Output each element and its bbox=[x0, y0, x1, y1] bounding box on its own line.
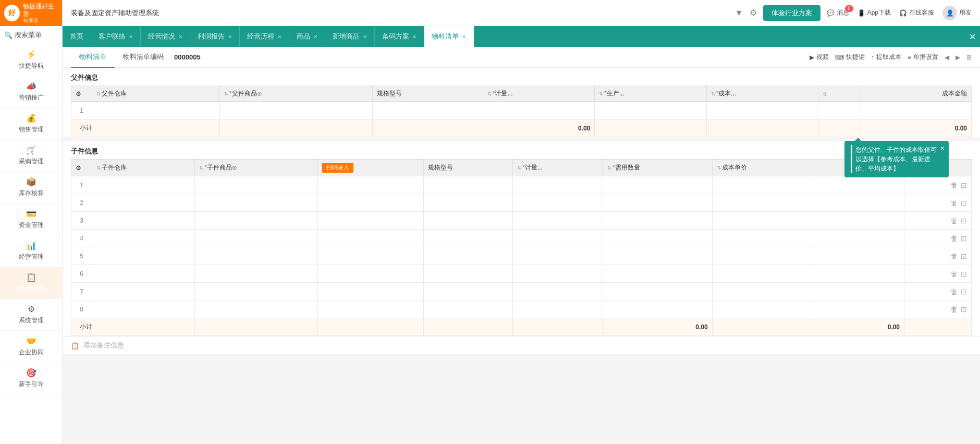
child-spec-5[interactable] bbox=[424, 247, 513, 265]
child-product-7[interactable] bbox=[195, 283, 318, 301]
tab-close-new-product[interactable]: ✕ bbox=[363, 34, 367, 40]
sub-tab-bom-list[interactable]: 物料清单 bbox=[71, 47, 115, 68]
message-item[interactable]: 💬 消息 6 bbox=[827, 8, 849, 17]
child-unit-cost-1[interactable] bbox=[712, 176, 815, 194]
child-spec-6[interactable] bbox=[424, 265, 513, 283]
child-warehouse-3[interactable] bbox=[92, 212, 195, 230]
parent-warehouse-1[interactable] bbox=[92, 102, 220, 119]
child-unit-6[interactable] bbox=[513, 265, 603, 283]
child-copy-icon-8[interactable]: ⊡ bbox=[961, 305, 967, 314]
tab-bom[interactable]: 物料清单 ✕ bbox=[424, 26, 474, 47]
child-copy-icon-6[interactable]: ⊡ bbox=[961, 270, 967, 278]
child-quantity-8[interactable] bbox=[603, 301, 712, 318]
sidebar-search[interactable]: 🔍 搜索菜单 bbox=[0, 26, 62, 44]
child-spec-1[interactable] bbox=[424, 176, 513, 194]
child-product-5[interactable] bbox=[195, 247, 318, 265]
user-item[interactable]: 👤 用友 bbox=[942, 6, 972, 20]
child-warehouse-8[interactable] bbox=[92, 301, 195, 318]
tab-close-customer[interactable]: ✕ bbox=[129, 34, 133, 40]
child-product-3[interactable] bbox=[195, 212, 318, 230]
sidebar-item-guide[interactable]: 🎯 新手引导 bbox=[0, 363, 62, 394]
sidebar-item-purchase[interactable]: 🛒 采购管理 bbox=[0, 140, 62, 172]
grid-view-icon[interactable]: ⊞ bbox=[966, 54, 972, 61]
tab-close-profit[interactable]: ✕ bbox=[228, 34, 232, 40]
sidebar-item-sales[interactable]: 💰 销售管理 bbox=[0, 108, 62, 140]
child-quantity-6[interactable] bbox=[603, 265, 712, 283]
child-copy-icon-4[interactable]: ⊡ bbox=[961, 234, 967, 243]
trial-button[interactable]: 体验行业方案 bbox=[763, 5, 820, 21]
parent-production-1[interactable] bbox=[595, 102, 706, 119]
parent-product-1[interactable] bbox=[219, 102, 372, 119]
online-service-item[interactable]: 🎧 在线客服 bbox=[899, 8, 934, 17]
child-copy-icon-3[interactable]: ⊡ bbox=[961, 217, 967, 225]
sidebar-item-marketing[interactable]: 📣 营销推广 bbox=[0, 76, 62, 108]
child-spec-3[interactable] bbox=[424, 212, 513, 230]
tool-doc-settings[interactable]: ≡ 单据设置 bbox=[908, 53, 938, 62]
child-copy-icon-5[interactable]: ⊡ bbox=[961, 252, 967, 260]
child-unit-4[interactable] bbox=[513, 230, 603, 247]
parent-col-settings[interactable]: ⚙ bbox=[71, 86, 92, 102]
child-unit-cost-8[interactable] bbox=[712, 301, 815, 318]
tab-close-history[interactable]: ✕ bbox=[277, 34, 281, 40]
child-warehouse-5[interactable] bbox=[92, 247, 195, 265]
child-product-1[interactable] bbox=[195, 176, 318, 194]
tab-bar-close-icon[interactable]: ✕ bbox=[969, 32, 976, 42]
child-unit-5[interactable] bbox=[513, 247, 603, 265]
child-unit-1[interactable] bbox=[513, 176, 603, 194]
child-quantity-2[interactable] bbox=[603, 194, 712, 212]
child-delete-icon-1[interactable]: 🗑 bbox=[950, 181, 958, 189]
child-spec-2[interactable] bbox=[424, 194, 513, 212]
child-delete-icon-2[interactable]: 🗑 bbox=[950, 199, 958, 207]
child-col-settings[interactable]: ⚙ bbox=[71, 160, 92, 176]
child-delete-icon-8[interactable]: 🗑 bbox=[950, 305, 958, 314]
tool-video[interactable]: ▶ 视频 bbox=[810, 53, 829, 62]
child-unit-7[interactable] bbox=[513, 283, 603, 301]
child-warehouse-7[interactable] bbox=[92, 283, 195, 301]
tab-customer[interactable]: 客户联络 ✕ bbox=[91, 26, 141, 47]
child-delete-icon-6[interactable]: 🗑 bbox=[950, 270, 958, 278]
tool-extract-cost[interactable]: ↑ 提取成本 bbox=[871, 53, 901, 62]
child-product-6[interactable] bbox=[195, 265, 318, 283]
sidebar-item-system[interactable]: ⚙ 系统管理 bbox=[0, 299, 62, 331]
child-product-4[interactable] bbox=[195, 230, 318, 247]
child-copy-icon-7[interactable]: ⊡ bbox=[961, 287, 967, 296]
nav-arrow-left[interactable]: ◀ bbox=[945, 54, 949, 61]
sidebar-item-basic-info[interactable]: 📋 基础信息 bbox=[0, 267, 62, 299]
tab-operations-status[interactable]: 经营情况 ✕ bbox=[141, 26, 190, 47]
tab-close-ops[interactable]: ✕ bbox=[178, 34, 182, 40]
child-product-2[interactable] bbox=[195, 194, 318, 212]
child-spec-7[interactable] bbox=[424, 283, 513, 301]
child-unit-cost-4[interactable] bbox=[712, 230, 815, 247]
child-quantity-5[interactable] bbox=[603, 247, 712, 265]
child-warehouse-4[interactable] bbox=[92, 230, 195, 247]
tooltip-close-icon[interactable]: × bbox=[940, 143, 945, 154]
tool-shortcut[interactable]: ⌨ 快捷键 bbox=[835, 53, 865, 62]
child-delete-icon-7[interactable]: 🗑 bbox=[950, 287, 958, 296]
scan-input-button[interactable]: 扫码录入 bbox=[322, 163, 353, 173]
sidebar-item-enterprise[interactable]: 🤝 企业协同 bbox=[0, 331, 62, 363]
settings-dropdown-icon[interactable]: ▼ bbox=[735, 8, 743, 18]
tab-close-product[interactable]: ✕ bbox=[313, 34, 317, 40]
child-spec-8[interactable] bbox=[424, 301, 513, 318]
sidebar-item-quick-nav[interactable]: ⚡ 快捷导航 bbox=[0, 44, 62, 76]
child-quantity-3[interactable] bbox=[603, 212, 712, 230]
child-unit-2[interactable] bbox=[513, 194, 603, 212]
gear-icon[interactable]: ⚙ bbox=[750, 8, 757, 18]
sidebar-item-finance[interactable]: 💳 资金管理 bbox=[0, 203, 62, 235]
tab-close-bom[interactable]: ✕ bbox=[462, 34, 466, 40]
child-copy-icon-1[interactable]: ⊡ bbox=[961, 181, 967, 189]
child-quantity-7[interactable] bbox=[603, 283, 712, 301]
sidebar-item-inventory[interactable]: 📦 库存核算 bbox=[0, 172, 62, 203]
child-unit-cost-3[interactable] bbox=[712, 212, 815, 230]
child-delete-icon-4[interactable]: 🗑 bbox=[950, 234, 958, 243]
child-delete-icon-5[interactable]: 🗑 bbox=[950, 252, 958, 260]
tab-profit[interactable]: 利润报告 ✕ bbox=[190, 26, 240, 47]
bottom-label[interactable]: 添加备注信息 bbox=[83, 341, 124, 350]
parent-cost-1[interactable] bbox=[706, 102, 818, 119]
sidebar-item-operations[interactable]: 📊 经营管理 bbox=[0, 235, 62, 267]
child-quantity-1[interactable] bbox=[603, 176, 712, 194]
sub-tab-bom-code[interactable]: 物料清单编码 bbox=[115, 47, 172, 68]
child-unit-3[interactable] bbox=[513, 212, 603, 230]
child-warehouse-1[interactable] bbox=[92, 176, 195, 194]
tab-product[interactable]: 商品 ✕ bbox=[289, 26, 325, 47]
